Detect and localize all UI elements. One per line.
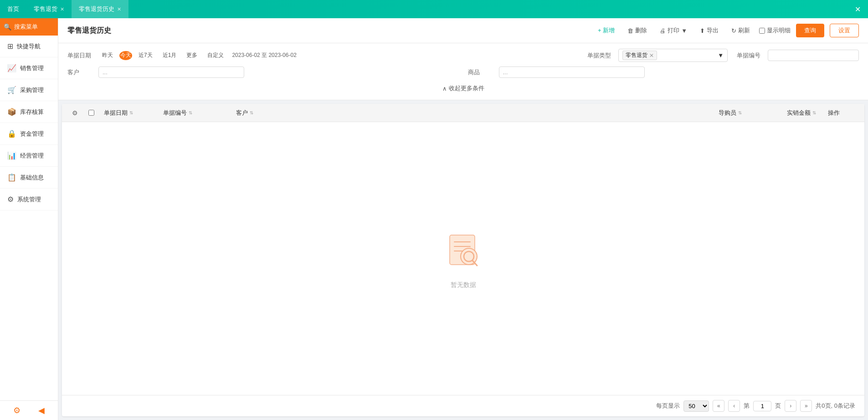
sidebar-item-finance[interactable]: 🔒 资金管理 — [0, 123, 58, 145]
th-guide[interactable]: 导购员 ⇅ — [714, 109, 769, 117]
sidebar-search[interactable]: 🔍 搜索菜单 — [0, 18, 58, 36]
product-input[interactable]: ... — [499, 67, 645, 78]
sidebar-item-purchase-mgmt[interactable]: 🛒 采购管理 — [0, 79, 58, 101]
table-select-all[interactable] — [83, 110, 99, 116]
tab-retail-return[interactable]: 零售退货 ✕ — [26, 0, 72, 18]
top-bar: 首页 零售退货 ✕ 零售退货历史 ✕ ✕ — [0, 0, 868, 18]
customer-input[interactable]: ... — [98, 67, 244, 78]
search-icon: 🔍 — [4, 23, 11, 31]
th-customer-sort: ⇅ — [250, 110, 253, 115]
last-page-icon: » — [805, 403, 808, 409]
sidebar-bottom: ⚙ ◀ — [0, 400, 58, 420]
date-btn-7days[interactable]: 近7天 — [135, 51, 156, 60]
sidebar-item-basic-info[interactable]: 📋 基础信息 — [0, 167, 58, 189]
query-button[interactable]: 查询 — [796, 24, 824, 37]
first-page-icon: « — [717, 403, 720, 409]
date-btn-1month[interactable]: 近1月 — [159, 51, 180, 60]
product-label: 商品 — [468, 68, 495, 77]
export-icon: ⬆ — [700, 27, 705, 34]
th-number[interactable]: 单据编号 ⇅ — [159, 109, 231, 117]
th-action-label: 操作 — [828, 109, 840, 117]
quick-nav-icon: ⊞ — [7, 42, 13, 51]
tab-bar: 首页 零售退货 ✕ 零售退货历史 ✕ — [0, 0, 855, 18]
delete-button[interactable]: 🗑 删除 — [624, 25, 651, 36]
sidebar-item-purchase-label: 采购管理 — [20, 86, 44, 94]
tab-retail-return-history-close[interactable]: ✕ — [117, 6, 121, 12]
display-detail-input[interactable] — [759, 28, 765, 34]
display-detail-label: 显示明细 — [767, 26, 791, 35]
select-all-checkbox[interactable] — [88, 110, 94, 116]
sidebar-item-operations-label: 经营管理 — [20, 152, 44, 160]
doc-type-tag-close[interactable]: ✕ — [649, 52, 654, 59]
collapse-row: ∧ 收起更多条件 — [67, 82, 859, 94]
finance-icon: 🔒 — [7, 129, 16, 138]
empty-state: 暂无数据 — [62, 122, 864, 395]
first-page-button[interactable]: « — [713, 400, 724, 412]
print-dropdown-icon: ▼ — [681, 27, 687, 34]
page-number-input[interactable] — [753, 401, 771, 411]
print-button-label: 打印 — [668, 26, 679, 35]
date-btn-more[interactable]: 更多 — [183, 51, 201, 60]
table-settings-icon[interactable]: ⚙ — [67, 109, 83, 117]
inventory-icon: 📦 — [7, 108, 16, 116]
tab-retail-return-close[interactable]: ✕ — [60, 6, 64, 12]
purchase-icon: 🛒 — [7, 86, 16, 94]
sidebar-item-sales-label: 销售管理 — [20, 64, 44, 72]
table-area: ⚙ 单据日期 ⇅ 单据编号 ⇅ 客户 ⇅ — [62, 104, 864, 395]
doc-number-filter-group: 单据编号 — [737, 50, 859, 61]
doc-number-label: 单据编号 — [737, 51, 764, 60]
sidebar-item-operations[interactable]: 📊 经营管理 — [0, 145, 58, 167]
last-page-button[interactable]: » — [800, 400, 812, 412]
customer-placeholder: ... — [103, 69, 108, 76]
content-area: 零售退货历史 + 新增 🗑 删除 🖨 打印 ▼ ⬆ 导出 — [58, 18, 868, 420]
display-detail-checkbox[interactable]: 显示明细 — [759, 26, 791, 35]
print-button[interactable]: 🖨 打印 ▼ — [656, 25, 691, 36]
filter-row-2: 客户 ... 商品 ... — [67, 67, 859, 78]
tab-home[interactable]: 首页 — [0, 0, 26, 18]
table-header: ⚙ 单据日期 ⇅ 单据编号 ⇅ 客户 ⇅ — [62, 104, 864, 122]
next-page-button[interactable]: › — [785, 400, 796, 412]
system-icon: ⚙ — [7, 195, 14, 204]
prev-page-button[interactable]: ‹ — [728, 400, 740, 412]
collapse-label: 收起更多条件 — [449, 84, 484, 92]
sidebar-item-system-label: 系统管理 — [17, 195, 41, 204]
date-btn-yesterday[interactable]: 昨天 — [98, 51, 117, 60]
page-input-prefix: 第 — [744, 402, 750, 410]
top-bar-close[interactable]: ✕ — [855, 5, 868, 14]
refresh-button[interactable]: ↻ 刷新 — [728, 25, 754, 36]
th-date-label: 单据日期 — [104, 109, 128, 117]
per-page-select[interactable]: 50 10 20 100 — [683, 400, 709, 412]
setting-button[interactable]: 设置 — [830, 24, 859, 37]
new-button[interactable]: + 新增 — [594, 25, 618, 36]
collapse-button[interactable]: ∧ 收起更多条件 — [442, 82, 484, 94]
tab-retail-return-history[interactable]: 零售退货历史 ✕ — [72, 0, 128, 18]
sidebar-item-system-mgmt[interactable]: ⚙ 系统管理 — [0, 189, 58, 210]
sidebar-items: ⊞ 快捷导航 📈 销售管理 🛒 采购管理 📦 库存核算 🔒 资金管理 📊 — [0, 36, 58, 400]
sidebar-item-inventory[interactable]: 📦 库存核算 — [0, 101, 58, 123]
sidebar-item-sales-mgmt[interactable]: 📈 销售管理 — [0, 57, 58, 79]
total-info: 共0页, 0条记录 — [816, 402, 855, 410]
filter-area: 单据日期 昨天 今天 近7天 近1月 更多 自定义 2023-06-02 至 2… — [58, 43, 868, 100]
th-amount[interactable]: 实销金额 ⇅ — [769, 109, 823, 117]
sidebar-item-quick-nav[interactable]: ⊞ 快捷导航 — [0, 36, 58, 57]
doc-type-select[interactable]: 零售退货 ✕ ▼ — [618, 49, 728, 62]
export-button[interactable]: ⬆ 导出 — [696, 25, 722, 36]
prev-page-icon: ‹ — [733, 403, 735, 409]
product-placeholder: ... — [503, 69, 508, 76]
content-wrapper: ⚙ 单据日期 ⇅ 单据编号 ⇅ 客户 ⇅ — [62, 104, 864, 416]
page-title: 零售退货历史 — [67, 26, 111, 36]
collapse-sidebar-icon[interactable]: ◀ — [38, 405, 45, 415]
th-customer[interactable]: 客户 ⇅ — [231, 109, 714, 117]
print-icon: 🖨 — [660, 27, 666, 34]
empty-svg — [441, 228, 486, 274]
th-action: 操作 — [823, 109, 860, 117]
sidebar-item-basic-info-label: 基础信息 — [20, 174, 44, 182]
th-date[interactable]: 单据日期 ⇅ — [99, 109, 159, 117]
date-btn-today[interactable]: 今天 — [119, 51, 132, 60]
page-header: 零售退货历史 + 新增 🗑 删除 🖨 打印 ▼ ⬆ 导出 — [58, 18, 868, 43]
sidebar-item-quick-nav-label: 快捷导航 — [17, 42, 41, 51]
th-guide-label: 导购员 — [719, 109, 736, 117]
settings-bottom-icon[interactable]: ⚙ — [13, 405, 21, 415]
doc-number-input[interactable] — [768, 50, 859, 61]
date-btn-custom[interactable]: 自定义 — [204, 51, 227, 60]
